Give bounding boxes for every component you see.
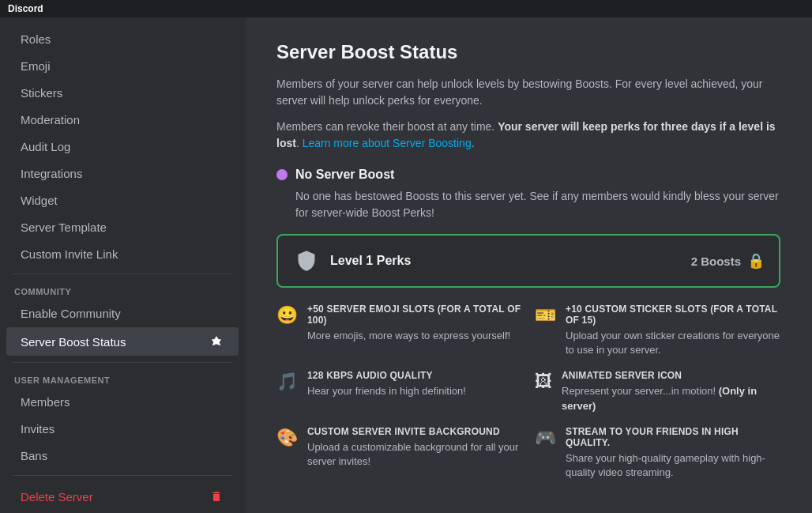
perk-sticker-title: +10 CUSTOM STICKER SLOTS (FOR A TOTAL OF… (566, 304, 780, 326)
sidebar-item-audit-log[interactable]: Audit Log (6, 134, 239, 160)
sidebar-item-delete-server[interactable]: Delete Server (6, 482, 239, 511)
sidebar: Roles Emoji Stickers Moderation Audit Lo… (0, 17, 245, 513)
sidebar-item-moderation[interactable]: Moderation (6, 107, 239, 133)
sidebar-item-server-boost-status[interactable]: Server Boost Status (6, 327, 239, 356)
sidebar-item-custom-invite-link[interactable]: Custom Invite Link (6, 241, 239, 267)
sidebar-item-emoji[interactable]: Emoji (6, 53, 239, 79)
desc-1: Members of your server can help unlock l… (276, 76, 780, 109)
sidebar-item-enable-community[interactable]: Enable Community (6, 300, 239, 326)
perk-emoji-title: +50 SERVER EMOJI SLOTS (FOR A TOTAL OF 1… (307, 304, 522, 326)
user-management-section-label: USER MANAGEMENT (0, 369, 245, 388)
desc-2-end: . (472, 137, 475, 149)
sidebar-item-label: Roles (21, 32, 51, 46)
sidebar-item-label: Stickers (21, 86, 62, 100)
sidebar-item-label: Enable Community (21, 307, 121, 320)
level-card[interactable]: Level 1 Perks 2 Boosts 🔒 (276, 234, 780, 288)
perk-item-invite-bg: 🎨 CUSTOM SERVER INVITE BACKGROUND Upload… (276, 426, 522, 480)
perk-stream-icon: 🎮 (535, 428, 556, 448)
perk-item-sticker: 🎫 +10 CUSTOM STICKER SLOTS (FOR A TOTAL … (535, 304, 780, 357)
perk-emoji-desc: More emojis, more ways to express yourse… (307, 329, 522, 343)
sidebar-divider-2 (13, 362, 232, 363)
perk-stream-content: STREAM TO YOUR FRIENDS IN HIGH QUALITY. … (566, 426, 780, 480)
perk-invite-bg-title: CUSTOM SERVER INVITE BACKGROUND (307, 426, 522, 437)
perk-audio-icon: 🎵 (276, 372, 298, 392)
boost-status-label: No Server Boost (295, 168, 394, 182)
sidebar-item-label: Emoji (21, 59, 51, 73)
level-label: Level 1 Perks (330, 254, 411, 268)
sidebar-item-stickers[interactable]: Stickers (6, 80, 239, 106)
boost-link[interactable]: Learn more about Server Boosting (303, 137, 472, 149)
community-section-label: COMMUNITY (0, 281, 245, 300)
perk-invite-bg-content: CUSTOM SERVER INVITE BACKGROUND Upload a… (307, 426, 522, 469)
perk-sticker-content: +10 CUSTOM STICKER SLOTS (FOR A TOTAL OF… (566, 304, 780, 357)
sidebar-item-label: Moderation (21, 113, 80, 126)
sidebar-item-roles[interactable]: Roles (6, 26, 239, 52)
perk-stream-title: STREAM TO YOUR FRIENDS IN HIGH QUALITY. (566, 426, 780, 448)
level-card-left: Level 1 Perks (292, 247, 411, 275)
perk-stream-desc: Share your high-quality gameplay with hi… (566, 451, 780, 480)
sidebar-item-server-template[interactable]: Server Template (6, 214, 239, 240)
sidebar-item-bans[interactable]: Bans (6, 443, 239, 469)
boosts-count: 2 Boosts (691, 255, 741, 268)
sidebar-divider-3 (13, 475, 232, 476)
boost-status-row: No Server Boost (276, 168, 780, 182)
perk-item-animated-icon: 🖼 ANIMATED SERVER ICON Represent your se… (535, 370, 780, 413)
sidebar-item-integrations[interactable]: Integrations (6, 160, 239, 187)
sidebar-item-label: Integrations (21, 167, 82, 180)
desc-2-after: . (296, 137, 303, 149)
perk-animated-icon-icon: 🖼 (535, 372, 552, 392)
sidebar-item-widget[interactable]: Widget (6, 187, 239, 213)
perk-audio-content: 128 KBPS AUDIO QUALITY Hear your friends… (307, 370, 466, 398)
sidebar-item-label: Members (21, 395, 70, 409)
perk-item-audio: 🎵 128 KBPS AUDIO QUALITY Hear your frien… (276, 370, 522, 413)
perk-item-stream: 🎮 STREAM TO YOUR FRIENDS IN HIGH QUALITY… (535, 426, 780, 480)
perk-emoji-icon: 😀 (276, 305, 298, 326)
app-title: Discord (8, 3, 43, 14)
sidebar-item-invites[interactable]: Invites (6, 416, 239, 442)
top-bar: Discord (0, 0, 812, 17)
perk-invite-bg-desc: Upload a customizable background for all… (307, 440, 522, 469)
perk-audio-desc: Hear your friends in high definition! (307, 384, 466, 398)
level-card-right: 2 Boosts 🔒 (691, 252, 765, 270)
perk-animated-bold: (Only in server) (562, 385, 757, 411)
perks-grid: 😀 +50 SERVER EMOJI SLOTS (FOR A TOTAL OF… (276, 304, 780, 480)
desc-2: Members can revoke their boost at any ti… (276, 119, 780, 152)
lock-icon: 🔒 (747, 252, 765, 270)
sidebar-item-label: Widget (21, 194, 58, 207)
sidebar-item-label: Bans (21, 449, 47, 462)
perk-audio-title: 128 KBPS AUDIO QUALITY (307, 370, 466, 381)
desc-2-plain: Members can revoke their boost at any ti… (276, 120, 498, 133)
trash-icon (209, 488, 224, 504)
sidebar-item-label: Delete Server (21, 490, 93, 504)
sidebar-item-members[interactable]: Members (6, 389, 239, 415)
boost-status-sub: No one has bestowed Boosts to this serve… (295, 188, 780, 221)
perk-animated-icon-desc: Represent your server...in motion! (Only… (562, 384, 780, 413)
perk-invite-bg-icon: 🎨 (276, 428, 298, 448)
sidebar-divider (13, 273, 232, 274)
boost-dot (276, 169, 288, 180)
app-body: Roles Emoji Stickers Moderation Audit Lo… (0, 17, 812, 513)
sidebar-item-label: Audit Log (21, 140, 70, 153)
main-content: Server Boost Status Members of your serv… (245, 17, 812, 513)
sidebar-item-label: Invites (21, 422, 55, 436)
perk-item-emoji: 😀 +50 SERVER EMOJI SLOTS (FOR A TOTAL OF… (276, 304, 522, 357)
perk-emoji-content: +50 SERVER EMOJI SLOTS (FOR A TOTAL OF 1… (307, 304, 522, 343)
sidebar-item-label: Server Template (21, 221, 107, 234)
shield-icon (292, 247, 321, 275)
perk-animated-icon-content: ANIMATED SERVER ICON Represent your serv… (562, 370, 780, 413)
sidebar-item-label: Custom Invite Link (21, 247, 118, 261)
perk-sticker-icon: 🎫 (535, 305, 556, 326)
page-title: Server Boost Status (276, 41, 780, 63)
sidebar-item-label: Server Boost Status (21, 335, 126, 349)
boost-status-icon (209, 334, 224, 349)
perk-sticker-desc: Upload your own sticker creations for ev… (566, 329, 780, 357)
perk-animated-icon-title: ANIMATED SERVER ICON (562, 370, 780, 381)
